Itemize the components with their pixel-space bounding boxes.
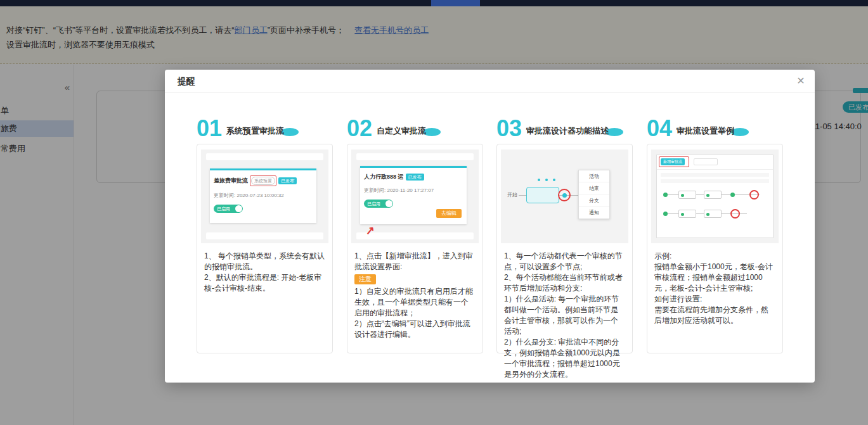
red-circle-annotation (558, 189, 571, 201)
section-1-preview-image: 差旅费审批流 系统预置 已发布 更新时间: 2020-07-23 10:00:3… (201, 149, 328, 243)
divider (657, 169, 773, 170)
table-row-placeholder (661, 179, 769, 183)
mini-search-box (694, 158, 718, 165)
paragraph: 1、每一个活动都代表一个审核的节点，可以设置多个节点; (504, 251, 625, 272)
paragraph: 如何进行设置: (654, 294, 775, 305)
paragraph: 需要在流程前先增加分支条件，然后增加对应活动就可以。 (654, 305, 775, 326)
section-1-card: 差旅费审批流 系统预置 已发布 更新时间: 2020-07-23 10:00:3… (197, 144, 333, 353)
mini-designer-window: 新增审批流 (656, 155, 774, 238)
mini-card-title-row: 差旅费审批流 系统预置 已发布 (214, 175, 313, 186)
section-3-description: 1、每一个活动都代表一个审核的节点，可以设置多个节点; 2、每个活动都能在当前环… (501, 243, 628, 380)
section-3-header: 03 审批流设计器功能描述 (496, 117, 633, 144)
section-2-description: 1、点击【新增审批流】，进入到审批流设置界面: 注意 1）自定义的审批流只有启用… (351, 243, 479, 340)
published-tag: 已发布 (278, 177, 297, 184)
paragraph: 1、 每个报销单类型，系统会有默认的报销审批流。 (204, 251, 325, 272)
red-circle-annotation (730, 209, 740, 219)
palette-item-activity: 活动 (579, 170, 609, 182)
mini-approval-flow-card: 差旅费审批流 系统预置 已发布 更新时间: 2020-07-23 10:00:3… (210, 168, 316, 223)
preset-tag: 系统预置 (251, 177, 275, 185)
section-1-header: 01 系统预置审批流 (197, 117, 333, 144)
flow-end-dot (730, 193, 735, 197)
node-type-palette: 活动 结束 分支 通知 (578, 170, 610, 219)
flow-node-box (678, 210, 696, 218)
section-2-title: 自定义审批流 (377, 125, 426, 137)
modal-header: 提醒 ✕ (165, 70, 815, 93)
mini-flow-name: 差旅费审批流 (214, 177, 248, 185)
screen: 对接“钉钉”、“飞书”等平台时，设置审批流若找不到员工，请去“部门员工”页面中补… (0, 0, 868, 425)
red-circle-annotation (749, 190, 759, 200)
published-tag: 已发布 (406, 174, 424, 181)
section-1-description: 1、 每个报销单类型，系统会有默认的报销审批流。 2、默认的审批流程是: 开始-… (201, 243, 328, 294)
paragraph: 示例: (654, 251, 775, 262)
mini-card-title-row: 人力行政888 运 已发布 (364, 173, 463, 181)
reminder-modal: 提醒 ✕ 01 系统预置审批流 差旅费审批流 系统预置 (165, 70, 815, 383)
flow-node-box (704, 210, 722, 218)
paragraph: 2、默认的审批流程是: 开始-老板审核-会计审核-结束。 (204, 272, 325, 294)
section-2-preview-image: 人力行政888 运 已发布 更新时间: 2020-11-20 17:27:07 … (351, 149, 479, 243)
section-3-number: 03 (496, 117, 522, 140)
palette-item-end: 结束 (579, 182, 609, 194)
section-3-title: 审批流设计器功能描述 (526, 125, 609, 137)
paragraph: 2、每个活动都能在当前环节前或者环节后增加活动和分支: (504, 272, 625, 294)
section-setup-example: 04 审批流设置举例 新增审批流 (647, 117, 783, 353)
mini-flow-name: 人力行政888 运 (364, 173, 404, 181)
node-dot (545, 179, 548, 181)
palette-item-notify: 通知 (579, 206, 609, 219)
section-4-preview-image: 新增审批流 (651, 149, 779, 243)
close-icon[interactable]: ✕ (794, 75, 807, 87)
section-1-number: 01 (197, 117, 222, 140)
paragraph: 2）什么是分支: 审批流中不同的分支，例如报销单金额1000元以内是一个审批流程… (504, 337, 625, 380)
table-row-placeholder (661, 173, 769, 177)
modal-title: 提醒 (178, 70, 195, 93)
section-4-card: 新增审批流 (647, 144, 783, 353)
paragraph: 报销单金额小于1000元，老板-会计审核流程；报销单金额超过1000元，老板-会… (654, 262, 775, 294)
flow-node-box (678, 191, 696, 199)
mini-updated-time: 更新时间: 2020-11-20 17:27:07 (364, 187, 463, 194)
red-arrow-annotation: ↗ (365, 224, 375, 238)
section-4-title: 审批流设置举例 (677, 125, 734, 137)
enabled-toggle: 已启用 (364, 200, 393, 208)
node-dot (553, 179, 555, 181)
section-preset-flow: 01 系统预置审批流 差旅费审批流 系统预置 已发布 (197, 117, 333, 353)
section-1-title: 系统预置审批流 (226, 125, 284, 137)
flow-node-box (704, 191, 722, 199)
paragraph: 1、点击【新增审批流】，进入到审批流设置界面: (354, 251, 476, 272)
section-2-card: 人力行政888 运 已发布 更新时间: 2020-11-20 17:27:07 … (347, 144, 483, 353)
section-4-description: 示例: 报销单金额小于1000元，老板-会计审核流程；报销单金额超过1000元，… (651, 243, 779, 326)
flow-start-label: 开始 (507, 191, 517, 198)
section-designer-features: 03 审批流设计器功能描述 开始 活动 结束 分支 (496, 117, 633, 353)
section-2-number: 02 (347, 117, 372, 140)
paragraph: 1）什么是活动: 每一个审批的环节都叫做一个活动。例如当前环节是会计主管审核，那… (504, 294, 625, 337)
toggle-knob (385, 200, 392, 207)
enabled-toggle-label: 已启用 (217, 206, 230, 211)
palette-item-branch: 分支 (579, 194, 609, 206)
note-badge: 注意 (354, 274, 376, 284)
paragraph: 1）自定义的审批流只有启用后才能生效，且一个单据类型只能有一个启用的审批流程； (354, 286, 476, 319)
enabled-toggle: 已启用 (214, 205, 243, 213)
section-4-number: 04 (647, 117, 672, 140)
mini-footer-strip (206, 232, 323, 239)
flow-start-dot (663, 212, 668, 216)
mini-updated-time: 更新时间: 2020-07-23 10:00:32 (214, 192, 313, 199)
new-flow-button: 新增审批流 (661, 158, 685, 165)
section-4-header: 04 审批流设置举例 (647, 117, 783, 144)
mini-approval-flow-card: 人力行政888 运 已发布 更新时间: 2020-11-20 17:27:07 … (360, 166, 467, 224)
section-3-preview-image: 开始 活动 结束 分支 通知 (501, 149, 628, 243)
section-3-card: 开始 活动 结束 分支 通知 1、每一个活动都代表一个审核的节点，可以设置多个节… (496, 144, 633, 353)
flow-activity-node (526, 187, 559, 203)
go-edit-button: 去编辑 (436, 209, 462, 218)
paragraph: 2）点击“去编辑”可以进入到审批流设计器进行编辑。 (354, 319, 476, 340)
enabled-toggle-label: 已启用 (367, 201, 380, 206)
section-custom-flow: 02 自定义审批流 人力行政888 运 已发布 更新时间: 2020-11-20… (347, 117, 483, 353)
toggle-knob (235, 205, 242, 212)
red-highlight-box: 系统预置 (250, 175, 276, 186)
mini-toolbar-strip (206, 153, 323, 160)
flow-start-dot (663, 193, 668, 197)
section-2-header: 02 自定义审批流 (347, 117, 483, 144)
node-dot (538, 179, 540, 181)
mini-toolbar-strip (356, 153, 474, 160)
